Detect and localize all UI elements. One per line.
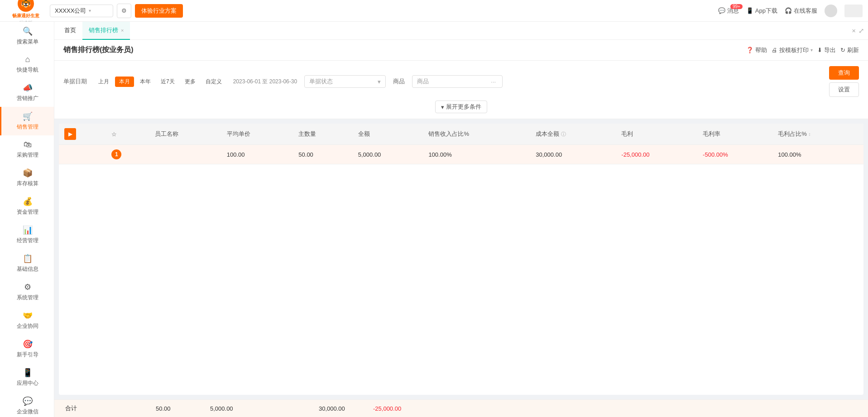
date-tab-custom[interactable]: 自定义 [201, 77, 226, 87]
sales-pct-value: 100.00% [428, 151, 451, 158]
sidebar-item-app-center[interactable]: 📱 应用中心 [0, 363, 54, 392]
date-range-display: 2023-06-01 至 2023-06-30 [233, 78, 297, 86]
page-header: 销售排行榜(按业务员) ❓ 帮助 🖨 按模板打印 ▾ ⬇ 导出 [54, 40, 868, 61]
status-chevron-icon: ▾ [378, 78, 381, 85]
date-filter-label: 单据日期 [63, 77, 87, 86]
row-name-cell [149, 145, 221, 164]
sidebar-item-label: 搜索菜单 [17, 38, 38, 46]
col-rank: ☆ [106, 124, 149, 145]
tab-home[interactable]: 首页 [58, 22, 82, 40]
sidebar-item-sales-mgmt[interactable]: 🛒 销售管理 [0, 107, 54, 135]
col-sales-pct[interactable]: 销售收入占比% [423, 124, 530, 145]
cost-info-icon: ⓘ [561, 131, 566, 137]
app-download-button[interactable]: 📱 App下载 [746, 7, 777, 15]
trial-button[interactable]: 体验行业方案 [135, 4, 183, 18]
online-service-label: 在线客服 [794, 7, 817, 15]
expand-row: ▾ 展开更多条件 [63, 101, 859, 113]
sidebar-item-search-order[interactable]: 🔍 搜索菜单 [0, 22, 54, 50]
window-expand-button[interactable]: ⤢ [858, 27, 864, 35]
sidebar-item-newbie-guide[interactable]: 🎯 新手引导 [0, 335, 54, 363]
sidebar-item-label: 采购管理 [17, 151, 38, 159]
goods-ellipsis-button[interactable]: ··· [489, 78, 498, 85]
tab-sales-ranking[interactable]: 销售排行榜 × [82, 22, 130, 40]
tab-actions: × ⤢ [852, 27, 864, 35]
table-row: 1 100.00 50.00 [59, 145, 863, 164]
box-icon: 📦 [23, 168, 33, 178]
headset-icon: 🎧 [785, 7, 792, 14]
col-qty[interactable]: 主数量 [293, 124, 352, 145]
date-tab-more[interactable]: 更多 [181, 77, 200, 87]
goods-placeholder: 商品 [417, 77, 489, 86]
filter-settings-button[interactable]: 设置 [829, 82, 859, 97]
settings-button[interactable]: ⚙ [117, 4, 131, 18]
sidebar-item-purchase-mgmt[interactable]: 🛍 采购管理 [0, 135, 54, 163]
export-button[interactable]: ⬇ 导出 [817, 46, 836, 54]
date-tabs: 上月 本月 本年 近7天 更多 自定义 [94, 77, 226, 87]
sidebar-item-marketing[interactable]: 📣 营销推广 [0, 78, 54, 107]
col-amount[interactable]: 全额 [353, 124, 423, 145]
col-gross-pct[interactable]: 毛利占比% ↕ [772, 124, 863, 145]
amount-value: 5,000.00 [358, 151, 381, 158]
expand-conditions-button[interactable]: ▾ 展开更多条件 [435, 101, 487, 113]
goods-filter[interactable]: 商品 ··· [412, 75, 503, 88]
window-close-button[interactable]: × [852, 27, 856, 34]
table-header-row: ▶ ☆ 员工名称 平均单价 主数 [59, 124, 863, 145]
megaphone-icon: 📣 [23, 83, 33, 93]
sidebar-item-operations[interactable]: 📊 经营管理 [0, 220, 54, 249]
gross-value: -25,000.00 [621, 151, 649, 158]
col-gross-pct-label: 毛利占比% [778, 130, 807, 137]
guide-icon: 🎯 [23, 339, 33, 349]
sidebar-item-finance[interactable]: 💰 资金管理 [0, 192, 54, 220]
sidebar-item-basic-info[interactable]: 📋 基础信息 [0, 249, 54, 278]
table-footer: 合计 50.00 5,000.00 30,000.00 -25,000.00 [54, 399, 868, 417]
col-avg-price[interactable]: 平均单价 [221, 124, 293, 145]
sidebar-item-label: 新手引导 [17, 351, 38, 359]
col-gross-rate[interactable]: 毛利率 [697, 124, 772, 145]
footer-amount: 5,000.00 [205, 405, 259, 412]
collab-icon: 🤝 [23, 311, 33, 321]
page-title: 销售排行榜(按业务员) [63, 45, 134, 55]
help-button[interactable]: ❓ 帮助 [746, 46, 767, 54]
home-icon: ⌂ [25, 55, 30, 64]
shopping-icon: 🛍 [24, 140, 32, 149]
date-tab-current-year[interactable]: 本年 [136, 77, 155, 87]
chevron-down-icon: ▾ [89, 8, 91, 13]
row-avg-price-cell: 100.00 [221, 145, 293, 164]
app-download-label: App下载 [755, 7, 777, 15]
col-cost[interactable]: 成本全额 ⓘ [530, 124, 616, 145]
col-expand: ▶ [59, 124, 106, 145]
qty-value: 50.00 [298, 151, 313, 158]
footer-label: 合计 [60, 404, 150, 412]
sidebar-item-label: 企业协同 [17, 322, 38, 330]
refresh-button[interactable]: ↻ 刷新 [840, 46, 859, 54]
message-button[interactable]: 💬 消息 99+ [718, 7, 739, 15]
sidebar-item-system[interactable]: ⚙ 系统管理 [0, 278, 54, 306]
date-tab-current-month[interactable]: 本月 [115, 77, 134, 87]
avatar[interactable] [825, 5, 837, 17]
sidebar-item-label: 系统管理 [17, 294, 38, 302]
sidebar-item-enterprise-collab[interactable]: 🤝 企业协同 [0, 306, 54, 335]
date-tab-7days[interactable]: 近7天 [157, 77, 179, 87]
online-service-button[interactable]: 🎧 在线客服 [785, 7, 817, 15]
status-filter[interactable]: 单据状态 ▾ [304, 75, 386, 88]
top-bar-right: 💬 消息 99+ 📱 App下载 🎧 在线客服 [718, 5, 863, 17]
tab-close-icon[interactable]: × [121, 28, 124, 33]
col-name[interactable]: 员工名称 [149, 124, 221, 145]
cost-value: 30,000.00 [536, 151, 562, 158]
sidebar-item-quick-nav[interactable]: ⌂ 快捷导航 [0, 50, 54, 78]
status-label: 单据状态 [309, 77, 333, 86]
col-gross[interactable]: 毛利 [616, 124, 697, 145]
expand-rows-button[interactable]: ▶ [64, 128, 76, 140]
sidebar-item-inventory[interactable]: 📦 库存核算 [0, 163, 54, 192]
print-button[interactable]: 🖨 按模板打印 ▾ [772, 46, 813, 54]
user-name-display [844, 5, 863, 17]
date-tab-prev-month[interactable]: 上月 [94, 77, 113, 87]
col-avg-price-label: 平均单价 [227, 130, 250, 137]
help-icon: ❓ [746, 47, 753, 53]
gross-pct-sort-icon: ↕ [808, 132, 810, 137]
company-selector[interactable]: XXXXX公司 ▾ [50, 5, 113, 17]
sidebar-item-enterprise-wechat[interactable]: 💬 企业微信 [0, 392, 54, 417]
query-button[interactable]: 查询 [829, 66, 859, 80]
rank-icon: ☆ [111, 131, 117, 138]
main-content: 首页 销售排行榜 × × ⤢ 销售排行榜(按业务员) ❓ 帮助 [54, 22, 868, 417]
